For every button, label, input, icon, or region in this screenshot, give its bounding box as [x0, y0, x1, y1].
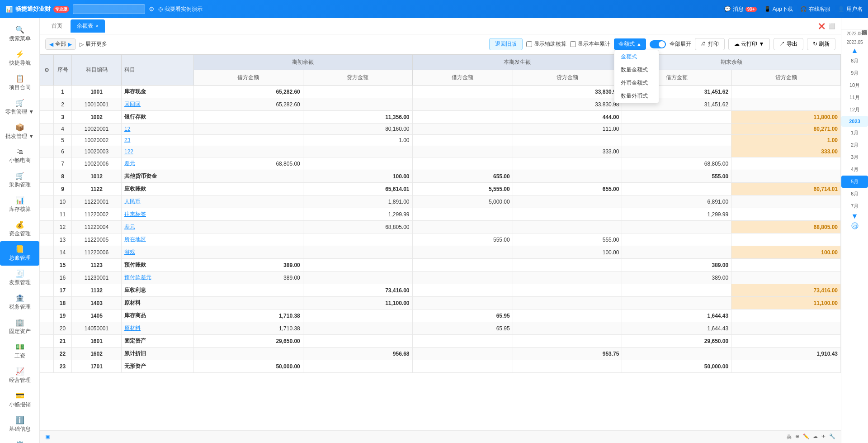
- sidebar-item-retail[interactable]: 🛒 零售管理 ▼: [0, 95, 39, 119]
- demo-link[interactable]: ◎ 我要看实例演示: [158, 5, 203, 13]
- table-row[interactable]: 1311220005所在地区555.00555.00: [40, 233, 841, 246]
- td-gear[interactable]: [40, 146, 54, 157]
- month-1[interactable]: 1月: [841, 127, 868, 139]
- td-gear[interactable]: [40, 322, 54, 335]
- table-row[interactable]: 2014050001原材料1,710.3865.951,644.43: [40, 322, 841, 335]
- th-gear[interactable]: ⚙: [40, 55, 54, 86]
- td-name[interactable]: 122: [122, 146, 194, 157]
- month-7[interactable]: 7月: [841, 200, 868, 212]
- sidebar-item-project[interactable]: 📋 项目合同: [0, 71, 39, 95]
- month-2[interactable]: 2月: [841, 139, 868, 151]
- account-link[interactable]: 人民币: [124, 198, 141, 205]
- td-gear[interactable]: [40, 348, 54, 360]
- table-row[interactable]: 171132应收利息73,416.0073,416.00: [40, 284, 841, 297]
- menu-item-qty-fx[interactable]: 数量外币式: [614, 90, 659, 103]
- td-gear[interactable]: [40, 98, 54, 111]
- expand-more-group[interactable]: ▷ 展开更多: [80, 40, 107, 48]
- zoom-icon[interactable]: ⊕: [795, 433, 799, 440]
- td-gear[interactable]: [40, 221, 54, 233]
- td-name[interactable]: 应收利息: [122, 284, 194, 297]
- period-arrow-up[interactable]: ▲: [851, 47, 859, 55]
- edit-icon[interactable]: ✏️: [803, 433, 809, 440]
- td-gear[interactable]: [40, 310, 54, 322]
- table-row[interactable]: 1611230001预付款差元389.00389.00: [40, 272, 841, 284]
- table-row[interactable]: 510020002231.001.00: [40, 135, 841, 146]
- td-gear[interactable]: [40, 170, 54, 183]
- td-name[interactable]: 原材料: [122, 322, 194, 335]
- table-row[interactable]: 191405库存商品1,710.3865.951,644.43: [40, 310, 841, 322]
- sidebar-item-payroll[interactable]: 💵 工资: [0, 339, 39, 363]
- lang-switch[interactable]: 英: [787, 433, 792, 440]
- table-row[interactable]: 1011220001人民币1,891.005,000.006,891.00: [40, 195, 841, 208]
- month-12[interactable]: 12月: [841, 104, 868, 116]
- show-ytd-checkbox[interactable]: 显示本年累计: [570, 40, 610, 48]
- sidebar-item-purchase[interactable]: 🛒 采购管理: [0, 168, 39, 192]
- td-gear[interactable]: [40, 335, 54, 348]
- td-name[interactable]: 预付账款: [122, 259, 194, 272]
- month-9[interactable]: 9月: [841, 67, 868, 79]
- td-gear[interactable]: [40, 86, 54, 98]
- td-name[interactable]: 差元: [122, 221, 194, 233]
- account-link[interactable]: 原材料: [124, 325, 141, 331]
- sidebar-item-expense[interactable]: 💳 小畅报销: [0, 388, 39, 412]
- show-aux-checkbox[interactable]: 显示辅助核算: [526, 40, 566, 48]
- table-row[interactable]: 4100200011280,160.00111.0080,271.00: [40, 124, 841, 135]
- menu-item-amount[interactable]: 金额式: [614, 50, 659, 63]
- account-link[interactable]: 23: [124, 137, 130, 143]
- user-avatar[interactable]: 👤 用户名: [838, 5, 863, 13]
- td-gear[interactable]: [40, 246, 54, 259]
- online-service-btn[interactable]: 🎧 在线客服: [800, 5, 830, 13]
- account-link[interactable]: 预付款差元: [124, 274, 151, 281]
- filter-prev-icon[interactable]: ◀: [49, 41, 53, 48]
- sidebar-item-funds[interactable]: 💰 资金管理: [0, 217, 39, 241]
- td-gear[interactable]: [40, 360, 54, 373]
- month-4[interactable]: 4月: [841, 163, 868, 176]
- amount-mode-btn[interactable]: 金额式 ▲: [614, 38, 646, 50]
- table-row[interactable]: 610020003122333.00333.00: [40, 146, 841, 157]
- td-name[interactable]: 库存现金: [122, 86, 194, 98]
- td-name[interactable]: 其他货币资金: [122, 170, 194, 183]
- month-11[interactable]: 11月: [841, 91, 868, 104]
- maximize-icon[interactable]: ⬜: [829, 23, 835, 29]
- sidebar-item-fixed-assets[interactable]: 🏢 固定资产: [0, 314, 39, 339]
- aux-checkbox-input[interactable]: [526, 41, 532, 47]
- td-name[interactable]: 原材料: [122, 297, 194, 310]
- td-name[interactable]: 回回回: [122, 98, 194, 111]
- table-row[interactable]: 181403原材料11,100.0011,100.00: [40, 297, 841, 310]
- td-gear[interactable]: [40, 272, 54, 284]
- account-link[interactable]: 122: [124, 148, 133, 155]
- table-row[interactable]: 211601固定资产29,650.0029,650.00: [40, 335, 841, 348]
- td-name[interactable]: 预付款差元: [122, 272, 194, 284]
- table-row[interactable]: 1411220006游戏100.00100.00: [40, 246, 841, 259]
- sidebar-item-tax[interactable]: 🏦 税务管理: [0, 290, 39, 314]
- tab-home[interactable]: 首页: [45, 19, 69, 33]
- month-5[interactable]: 5月: [841, 176, 868, 188]
- td-name[interactable]: 12: [122, 124, 194, 135]
- sidebar-item-search[interactable]: 🔍 搜索菜单: [0, 22, 39, 46]
- sidebar-item-operations[interactable]: 📈 经营管理: [0, 363, 39, 388]
- ytd-checkbox-input[interactable]: [570, 41, 576, 47]
- cloud-print-btn[interactable]: ☁ 云打印 ▼: [728, 38, 770, 50]
- refresh-btn[interactable]: ↻ 刷新: [807, 38, 835, 50]
- table-row[interactable]: 11001库存现金65,282.6033,830.9831,451.62: [40, 86, 841, 98]
- td-name[interactable]: 银行存款: [122, 111, 194, 124]
- top-search-input[interactable]: [73, 4, 145, 14]
- td-name[interactable]: 固定资产: [122, 335, 194, 348]
- table-row[interactable]: 210010001回回回65,282.6033,830.9831,451.62: [40, 98, 841, 111]
- td-gear[interactable]: [40, 135, 54, 146]
- tab-close-icon[interactable]: ×: [96, 24, 99, 29]
- app-download-btn[interactable]: 📱 App下载: [764, 5, 793, 13]
- table-row[interactable]: 151123预付账款389.00389.00: [40, 259, 841, 272]
- td-name[interactable]: 所在地区: [122, 233, 194, 246]
- table-row[interactable]: 31002银行存款11,356.00444.0011,800.00: [40, 111, 841, 124]
- table-row[interactable]: 231701无形资产50,000.0050,000.00: [40, 360, 841, 373]
- td-gear[interactable]: [40, 124, 54, 135]
- account-link[interactable]: 12: [124, 126, 130, 132]
- sidebar-item-ledger[interactable]: 📒 总账管理: [0, 241, 39, 266]
- table-row[interactable]: 1111220002往来标签1,299.991,299.99: [40, 208, 841, 221]
- period-arrow-down[interactable]: ▼: [851, 212, 859, 220]
- export-btn[interactable]: ↗ 导出: [774, 38, 803, 50]
- return-old-btn[interactable]: 退回旧版: [489, 38, 523, 50]
- td-gear[interactable]: [40, 183, 54, 195]
- td-name[interactable]: 往来标签: [122, 208, 194, 221]
